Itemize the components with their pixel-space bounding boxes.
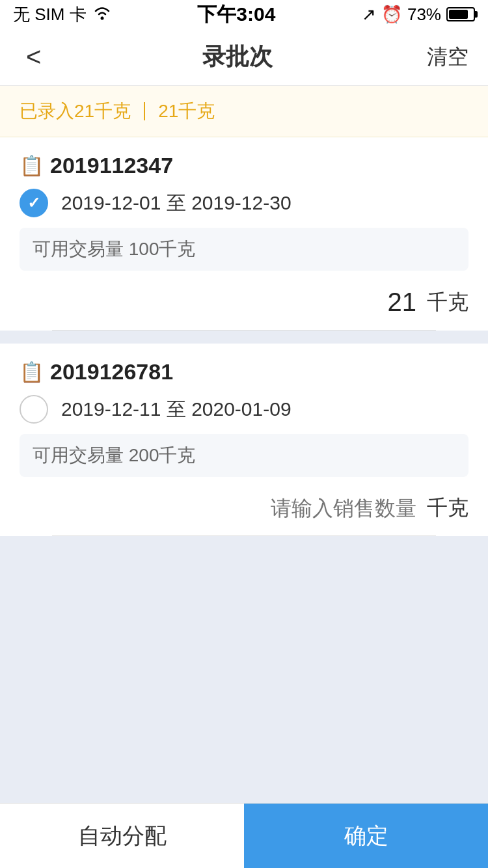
quantity-unit-2: 千克 [427, 494, 468, 522]
location-icon: ↗ [362, 5, 376, 25]
batch-doc-icon-2: 📋 [20, 360, 44, 383]
status-carrier: 无 SIM 卡 [13, 3, 111, 26]
available-qty-2: 可用交易量 200千克 [20, 434, 468, 477]
batch-date-1: 2019-12-01 至 2019-12-30 [61, 190, 291, 217]
status-time: 下午3:04 [197, 1, 275, 28]
quantity-unit-1: 千克 [427, 288, 468, 317]
quantity-input-row-2: 千克 [0, 487, 488, 536]
quantity-input-2[interactable] [156, 496, 416, 521]
summary-recorded: 已录入21千克 [20, 99, 131, 124]
nav-bar: < 录批次 清空 [0, 29, 488, 86]
clear-button[interactable]: 清空 [427, 43, 468, 72]
batch-date-2: 2019-12-11 至 2020-01-09 [61, 396, 291, 423]
page-title: 录批次 [202, 41, 273, 73]
summary-total: 21千克 [158, 99, 215, 124]
battery-icon [446, 7, 475, 21]
status-right: ↗ ⏰ 73% [362, 5, 475, 25]
quantity-row-1: 21 千克 [0, 281, 488, 330]
bottom-bar: 自动分配 确定 [0, 803, 488, 868]
batch-date-row-2: 2019-12-11 至 2020-01-09 [0, 390, 488, 429]
batch-header-2: 📋 2019126781 [0, 344, 488, 390]
batch-card-1: 📋 2019112347 ✓ 2019-12-01 至 2019-12-30 可… [0, 137, 488, 331]
alarm-icon: ⏰ [381, 5, 402, 25]
batch-date-row-1: ✓ 2019-12-01 至 2019-12-30 [0, 183, 488, 223]
quantity-value-1: 21 [388, 288, 417, 317]
batch-radio-2[interactable] [20, 395, 48, 424]
check-icon-1: ✓ [27, 194, 40, 212]
batch-number-1: 2019112347 [50, 153, 173, 178]
batch-radio-1[interactable]: ✓ [20, 189, 48, 217]
batch-doc-icon-1: 📋 [20, 154, 44, 177]
auto-distribute-button[interactable]: 自动分配 [0, 804, 244, 868]
available-qty-1: 可用交易量 100千克 [20, 228, 468, 271]
summary-divider [144, 102, 145, 120]
battery-percent: 73% [407, 5, 441, 25]
carrier-text: 无 SIM 卡 [13, 3, 87, 26]
content-area: 📋 2019112347 ✓ 2019-12-01 至 2019-12-30 可… [0, 137, 488, 854]
summary-banner: 已录入21千克 21千克 [0, 86, 488, 137]
back-button[interactable]: < [20, 36, 47, 78]
confirm-button[interactable]: 确定 [244, 804, 488, 868]
status-bar: 无 SIM 卡 下午3:04 ↗ ⏰ 73% [0, 0, 488, 29]
svg-point-0 [100, 16, 103, 20]
batch-header-1: 📋 2019112347 [0, 137, 488, 183]
card-separator [0, 331, 488, 344]
wifi-icon [93, 5, 111, 25]
batch-card-2: 📋 2019126781 2019-12-11 至 2020-01-09 可用交… [0, 344, 488, 536]
batch-number-2: 2019126781 [50, 359, 173, 385]
